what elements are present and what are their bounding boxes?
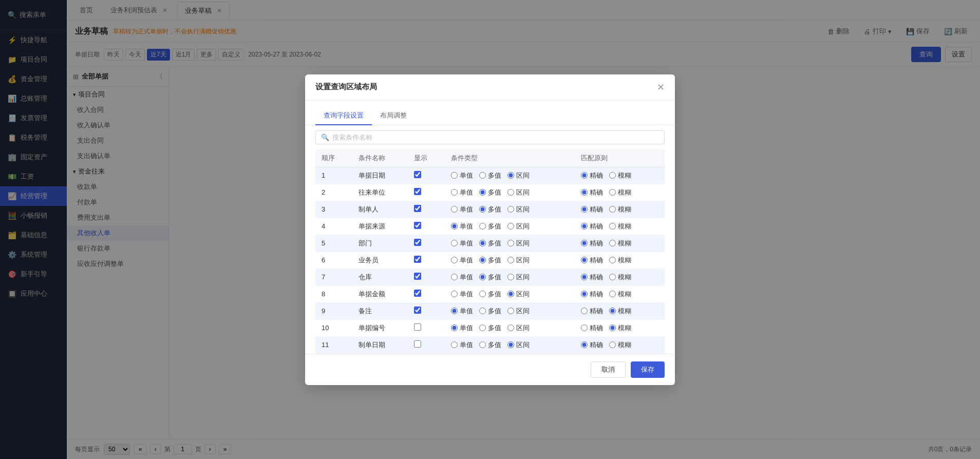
condition-type-单值-option[interactable]: 单值 [451, 273, 473, 282]
dialog-overlay: 设置查询区域布局 ✕ 查询字段设置布局调整 🔍 顺序 条件名称 [0, 0, 980, 459]
condition-type-单值-option[interactable]: 单值 [451, 307, 473, 316]
row-show[interactable] [408, 336, 445, 353]
row-condition-type: 单值 多值 区间 [445, 269, 575, 285]
row-show[interactable] [408, 184, 445, 201]
table-row: 8 单据金额 单值 多值 区间 精确 模糊 [315, 285, 665, 302]
match-精确-option[interactable]: 精确 [581, 273, 603, 282]
condition-type-多值-option[interactable]: 多值 [479, 205, 501, 214]
match-模糊-option[interactable]: 模糊 [609, 290, 631, 299]
condition-type-多值-option[interactable]: 多值 [479, 273, 501, 282]
match-精确-option[interactable]: 精确 [581, 205, 603, 214]
match-模糊-option[interactable]: 模糊 [609, 188, 631, 197]
row-order: 8 [315, 285, 352, 302]
condition-type-多值-option[interactable]: 多值 [479, 340, 501, 350]
condition-type-单值-option[interactable]: 单值 [451, 256, 473, 265]
condition-type-区间-option[interactable]: 区间 [507, 188, 530, 197]
show-checkbox-7[interactable] [414, 273, 421, 280]
condition-type-多值-option[interactable]: 多值 [479, 307, 501, 316]
condition-type-区间-option[interactable]: 区间 [507, 222, 530, 231]
match-模糊-option[interactable]: 模糊 [609, 340, 631, 350]
condition-type-区间-option[interactable]: 区间 [507, 256, 530, 265]
cancel-button[interactable]: 取消 [591, 361, 626, 378]
match-模糊-option[interactable]: 模糊 [609, 307, 631, 316]
table-row: 2 往来单位 单值 多值 区间 精确 模糊 [315, 184, 665, 201]
show-checkbox-3[interactable] [414, 205, 421, 212]
dialog-tabs: 查询字段设置布局调整 [305, 101, 675, 125]
match-模糊-option[interactable]: 模糊 [609, 323, 631, 333]
dialog-close-button[interactable]: ✕ [657, 82, 665, 93]
condition-type-多值-option[interactable]: 多值 [479, 171, 501, 180]
show-checkbox-5[interactable] [414, 239, 421, 246]
condition-type-区间-option[interactable]: 区间 [507, 273, 530, 282]
show-checkbox-4[interactable] [414, 222, 421, 229]
condition-type-区间-option[interactable]: 区间 [507, 171, 530, 180]
condition-type-单值-option[interactable]: 单值 [451, 290, 473, 299]
condition-type-多值-option[interactable]: 多值 [479, 222, 501, 231]
condition-type-多值-option[interactable]: 多值 [479, 256, 501, 265]
row-show[interactable] [408, 319, 445, 336]
condition-type-区间-option[interactable]: 区间 [507, 205, 530, 214]
row-match: 精确 模糊 [575, 336, 665, 353]
row-show[interactable] [408, 302, 445, 319]
match-精确-option[interactable]: 精确 [581, 323, 603, 333]
match-精确-option[interactable]: 精确 [581, 307, 603, 316]
show-checkbox-11[interactable] [414, 340, 421, 348]
show-checkbox-1[interactable] [414, 171, 421, 178]
match-精确-option[interactable]: 精确 [581, 239, 603, 248]
match-精确-option[interactable]: 精确 [581, 340, 603, 350]
settings-table-body: 1 单据日期 单值 多值 区间 精确 模糊 2 往 [315, 167, 665, 353]
row-name: 业务员 [352, 252, 408, 269]
row-show[interactable] [408, 252, 445, 269]
col-show: 显示 [408, 149, 445, 167]
match-模糊-option[interactable]: 模糊 [609, 222, 631, 231]
dialog-tab-field-settings[interactable]: 查询字段设置 [315, 107, 372, 125]
show-checkbox-6[interactable] [414, 256, 421, 263]
condition-type-单值-option[interactable]: 单值 [451, 205, 473, 214]
condition-search-input[interactable] [332, 133, 435, 141]
condition-type-多值-option[interactable]: 多值 [479, 323, 501, 333]
match-精确-option[interactable]: 精确 [581, 290, 603, 299]
row-show[interactable] [408, 235, 445, 252]
match-模糊-option[interactable]: 模糊 [609, 205, 631, 214]
condition-type-区间-option[interactable]: 区间 [507, 340, 530, 350]
match-精确-option[interactable]: 精确 [581, 222, 603, 231]
condition-type-区间-option[interactable]: 区间 [507, 323, 530, 333]
row-show[interactable] [408, 285, 445, 302]
match-精确-option[interactable]: 精确 [581, 188, 603, 197]
condition-type-单值-option[interactable]: 单值 [451, 222, 473, 231]
match-精确-option[interactable]: 精确 [581, 256, 603, 265]
condition-type-多值-option[interactable]: 多值 [479, 188, 501, 197]
show-checkbox-9[interactable] [414, 307, 421, 314]
match-模糊-option[interactable]: 模糊 [609, 171, 631, 180]
condition-type-单值-option[interactable]: 单值 [451, 239, 473, 248]
show-checkbox-2[interactable] [414, 188, 421, 195]
condition-type-多值-option[interactable]: 多值 [479, 239, 501, 248]
row-show[interactable] [408, 218, 445, 235]
condition-type-单值-option[interactable]: 单值 [451, 171, 473, 180]
row-name: 单据来源 [352, 218, 408, 235]
row-condition-type: 单值 多值 区间 [445, 184, 575, 201]
row-show[interactable] [408, 167, 445, 184]
row-name: 部门 [352, 235, 408, 252]
condition-type-多值-option[interactable]: 多值 [479, 290, 501, 299]
show-checkbox-8[interactable] [414, 290, 421, 297]
row-name: 单据编号 [352, 319, 408, 336]
row-show[interactable] [408, 201, 445, 218]
condition-type-区间-option[interactable]: 区间 [507, 307, 530, 316]
row-show[interactable] [408, 269, 445, 285]
condition-type-单值-option[interactable]: 单值 [451, 323, 473, 333]
match-模糊-option[interactable]: 模糊 [609, 273, 631, 282]
condition-type-区间-option[interactable]: 区间 [507, 290, 530, 299]
row-condition-type: 单值 多值 区间 [445, 201, 575, 218]
show-checkbox-10[interactable] [414, 323, 421, 331]
match-模糊-option[interactable]: 模糊 [609, 239, 631, 248]
match-精确-option[interactable]: 精确 [581, 171, 603, 180]
dialog-tab-layout-settings[interactable]: 布局调整 [372, 107, 415, 125]
condition-type-单值-option[interactable]: 单值 [451, 188, 473, 197]
condition-type-区间-option[interactable]: 区间 [507, 239, 530, 248]
row-condition-type: 单值 多值 区间 [445, 252, 575, 269]
dialog-save-button[interactable]: 保存 [631, 361, 665, 378]
condition-type-单值-option[interactable]: 单值 [451, 340, 473, 350]
match-模糊-option[interactable]: 模糊 [609, 256, 631, 265]
row-order: 10 [315, 319, 352, 336]
